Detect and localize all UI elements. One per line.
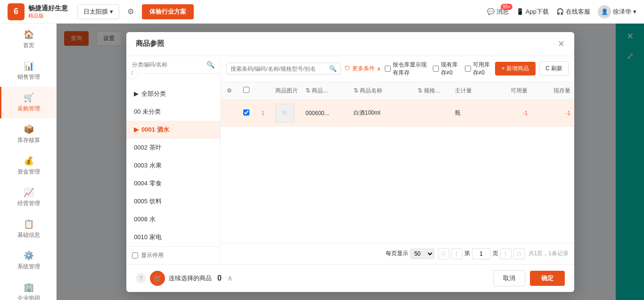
cancel-btn[interactable]: 取消 — [493, 270, 525, 286]
category-item-0004[interactable]: 0004 零食 — [126, 175, 220, 192]
show-disabled-label[interactable]: 显示停用 — [132, 251, 215, 259]
sort-icon: ⇅ — [418, 87, 422, 94]
last-page-btn[interactable]: ⟩⟩ — [513, 248, 525, 259]
product-search-input[interactable] — [231, 66, 326, 72]
add-product-btn[interactable]: + 新增商品 — [495, 62, 536, 75]
prev-page-btn[interactable]: ⟨ — [451, 248, 462, 259]
continuous-select-label: 连续选择的商品 — [169, 274, 212, 283]
category-item-0005[interactable]: 0005 饮料 — [126, 192, 220, 210]
help-icon-btn[interactable]: ? — [136, 273, 146, 283]
home-icon: 🏠 — [24, 29, 34, 40]
nav-selector[interactable]: 日太阳膜 ▾ — [77, 4, 119, 19]
category-item-0010[interactable]: 0010 家电 — [126, 228, 220, 246]
sort-icon: ⇅ — [305, 87, 310, 94]
settings-icon[interactable]: ⚙ — [123, 4, 138, 19]
category-search-icon[interactable]: 🔍 — [206, 61, 215, 68]
sidebar-item-finance[interactable]: 💰 资金管理 — [0, 150, 56, 182]
row-spec-cell — [414, 100, 451, 126]
product-table: ⚙ 商品图片 — [221, 82, 574, 127]
filter-chevron-up-icon: ∧ — [377, 66, 381, 72]
sidebar-item-basic[interactable]: 📋 基础信息 — [0, 213, 56, 245]
next-page-btn[interactable]: ⟩ — [500, 248, 512, 259]
filter-current-stock-checkbox[interactable]: 现有库存≠0 — [433, 61, 459, 77]
table-row[interactable]: 1 图 000600... 白酒100ml — [221, 100, 574, 126]
col-settings[interactable]: ⚙ — [221, 82, 238, 100]
page-input[interactable] — [472, 248, 491, 259]
user-profile[interactable]: 👤 徐泽华 ▾ — [598, 5, 636, 18]
sidebar-item-purchase[interactable]: 🛒 采购管理 — [0, 87, 56, 118]
product-search-icon[interactable]: 🔍 — [329, 65, 337, 72]
message-badge: 99+ — [501, 4, 512, 10]
footer-right: 取消 确定 — [493, 270, 565, 286]
message-icon: 💬 — [487, 8, 495, 15]
sidebar-item-sales[interactable]: 📊 销售管理 — [0, 55, 56, 87]
col-select-all[interactable] — [238, 82, 255, 100]
row-checkbox-cell[interactable] — [238, 100, 255, 126]
category-item-0008[interactable]: 0008 水 — [126, 210, 220, 228]
category-arrow-all: ▶ — [134, 90, 139, 97]
sidebar-item-enterprise[interactable]: 🏢 企业协同 — [0, 276, 56, 300]
row-checkbox[interactable] — [243, 109, 249, 116]
collapse-footer-btn[interactable]: ∧ — [227, 274, 233, 283]
mobile-icon: 📱 — [516, 8, 524, 15]
filter-warehouse-checkbox[interactable]: 按仓库显示现有库存 — [385, 61, 427, 77]
col-spec-header[interactable]: ⇅ 规格... — [414, 82, 451, 100]
finance-icon: 💰 — [24, 156, 34, 166]
row-img-cell: 图 — [272, 100, 302, 126]
first-page-btn[interactable]: ⟨⟨ — [438, 248, 449, 259]
col-name-header[interactable]: ⇅ 商品名称 — [350, 82, 414, 100]
category-search-input[interactable] — [132, 61, 204, 68]
show-disabled-checkbox[interactable] — [132, 252, 138, 258]
content-area: 查询 设置 刷新 ✕ ⤢ 商品参照 ✕ — [57, 24, 644, 300]
toolbar-right: + 新增商品 C 刷新 — [495, 61, 569, 76]
confirm-btn[interactable]: 确定 — [530, 271, 565, 286]
sidebar-item-system[interactable]: ⚙️ 系统管理 — [0, 245, 56, 276]
category-item-00[interactable]: 00 未分类 — [126, 103, 220, 121]
filter-available-stock-checkbox[interactable]: 可用库存≠0 — [465, 61, 491, 77]
operation-icon: 📈 — [24, 187, 34, 198]
sidebar-item-operation[interactable]: 📈 经营管理 — [0, 182, 56, 213]
cart-icon-btn[interactable]: 🛒 — [150, 271, 165, 286]
footer-left: ? 🛒 连续选择的商品 0 ∧ — [136, 271, 233, 286]
row-index-cell: 1 — [255, 100, 272, 126]
table-header-row: ⚙ 商品图片 — [221, 82, 574, 100]
avatar: 👤 — [598, 5, 611, 18]
collapse-category-btn[interactable]: 《 — [126, 68, 138, 79]
per-page-select: 每页显示 10 20 50 100 — [386, 249, 434, 259]
cart-icon: 🛒 — [154, 275, 162, 282]
trial-btn[interactable]: 体验行业方案 — [142, 4, 194, 19]
category-item-0002[interactable]: 0002 茶叶 — [126, 139, 220, 157]
app-download-nav-item[interactable]: 📱 App下载 — [516, 8, 549, 16]
top-nav: 6 畅捷通好生意 精品版 日太阳膜 ▾ ⚙ 体验行业方案 💬 消息 99+ 📱 … — [0, 0, 644, 24]
product-reference-modal: 商品参照 ✕ 🔍 《 — [126, 32, 574, 292]
chevron-down-icon: ▾ — [110, 8, 113, 15]
messages-nav-item[interactable]: 💬 消息 99+ — [487, 8, 509, 16]
per-page-dropdown[interactable]: 10 20 50 100 — [410, 249, 434, 259]
logo-icon: 6 — [8, 3, 25, 20]
sidebar-item-inventory[interactable]: 📦 库存核算 — [0, 118, 56, 150]
modal-title: 商品参照 — [136, 39, 164, 48]
modal-close-btn[interactable]: ✕ — [558, 39, 565, 49]
logo-area: 6 畅捷通好生意 精品版 — [8, 3, 68, 20]
product-toolbar: 🔍 ⛉ 更多条件 ∧ 按仓库显示现有库存 — [221, 56, 574, 82]
online-service-nav-item[interactable]: 🎧 在线客服 — [556, 8, 590, 16]
col-index-header — [255, 82, 272, 100]
refresh-btn[interactable]: C 刷新 — [539, 61, 569, 76]
row-name-cell: 白酒100ml — [350, 100, 414, 126]
category-item-0003[interactable]: 0003 水果 — [126, 157, 220, 175]
logo-text: 畅捷通好生意 — [28, 4, 68, 12]
row-code-cell: 000600... — [302, 100, 350, 126]
col-stock-header: 现存量 — [531, 82, 574, 100]
col-code-header[interactable]: ⇅ 商品... — [302, 82, 350, 100]
select-all-checkbox[interactable] — [243, 87, 249, 93]
chevron-down-icon: ▾ — [633, 8, 636, 15]
col-unit-header: 主计量 — [451, 82, 488, 100]
page-nav: ⟨⟨ ⟨ 第 页 ⟩ ⟩⟩ — [438, 248, 525, 259]
headphone-icon: 🎧 — [556, 8, 564, 15]
col-img-header: 商品图片 — [272, 82, 302, 100]
category-item-all[interactable]: ▶ 全部分类 — [126, 85, 220, 103]
filter-btn[interactable]: ⛉ 更多条件 ∧ — [345, 65, 381, 73]
category-item-0001[interactable]: ▶ 0001 酒水 — [126, 121, 220, 139]
sidebar-item-home[interactable]: 🏠 首页 — [0, 24, 56, 55]
basic-icon: 📋 — [24, 219, 34, 229]
